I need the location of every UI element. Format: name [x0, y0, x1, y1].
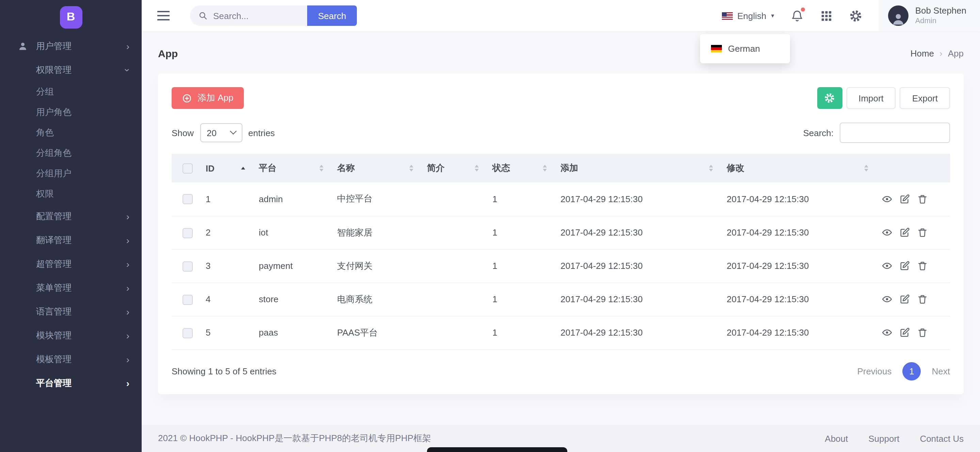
cell-intro: [420, 249, 485, 282]
user-menu[interactable]: Bob Stephen Admin: [878, 0, 980, 31]
cell-added: 2017-04-29 12:15:30: [554, 282, 720, 316]
pagination-page-1[interactable]: 1: [903, 362, 921, 380]
pagination-previous[interactable]: Previous: [857, 366, 891, 376]
sidebar-item-permission-mgmt[interactable]: 权限管理 ›: [0, 58, 142, 82]
chevron-right-icon: ›: [126, 235, 129, 245]
sidebar-item-label: 平台管理: [36, 377, 72, 389]
cell-intro: [420, 182, 485, 216]
sidebar: B 用户管理 › 权限管理 › 分组 用户角色 角色 分组角色 分组用户 权限 …: [0, 0, 142, 452]
delete-icon[interactable]: [917, 227, 928, 238]
edit-icon[interactable]: [900, 294, 910, 304]
logo[interactable]: B: [0, 0, 142, 34]
page-size-select[interactable]: 20: [200, 123, 242, 142]
notification-bell-icon[interactable]: [791, 9, 803, 22]
breadcrumb-home[interactable]: Home: [910, 48, 934, 59]
sidebar-item-user-roles[interactable]: 用户角色: [0, 102, 142, 122]
hamburger-menu-icon[interactable]: [158, 11, 170, 21]
table-search-input[interactable]: [840, 122, 950, 143]
sort-icon: [471, 165, 479, 171]
column-header-added[interactable]: 添加: [554, 154, 720, 182]
cell-status: 1: [485, 282, 554, 316]
sidebar-item-roles[interactable]: 角色: [0, 122, 142, 143]
cell-platform: store: [252, 282, 330, 316]
sidebar-item-menu-mgmt[interactable]: 菜单管理›: [0, 276, 142, 300]
view-icon[interactable]: [882, 327, 892, 338]
cell-modified: 2017-04-29 12:15:30: [720, 316, 875, 349]
cell-id: 2: [199, 216, 252, 249]
delete-icon[interactable]: [917, 294, 928, 304]
footer-link-contact[interactable]: Contact Us: [920, 433, 964, 444]
column-header-id[interactable]: ID: [199, 154, 252, 182]
row-checkbox[interactable]: [183, 194, 193, 205]
cell-id: 4: [199, 282, 252, 316]
sidebar-item-permissions[interactable]: 权限: [0, 184, 142, 204]
settings-gear-icon[interactable]: [849, 9, 862, 22]
sidebar-item-label: 超管管理: [36, 258, 72, 270]
sidebar-item-label: 模板管理: [36, 353, 72, 365]
column-header-name[interactable]: 名称: [330, 154, 420, 182]
search-icon: [198, 11, 208, 21]
view-icon[interactable]: [882, 294, 892, 304]
footer-link-about[interactable]: About: [825, 433, 848, 444]
sidebar-item-language-mgmt[interactable]: 语言管理›: [0, 300, 142, 324]
sort-icon: [705, 165, 713, 171]
toolbar-right: Import Export: [817, 87, 950, 109]
search-button[interactable]: Search: [307, 5, 357, 26]
cell-name: 智能家居: [330, 216, 420, 249]
column-header-actions: [875, 154, 950, 182]
user-name: Bob Stephen: [915, 5, 966, 17]
import-button[interactable]: Import: [846, 87, 896, 109]
cell-name: 中控平台: [330, 182, 420, 216]
row-checkbox[interactable]: [183, 261, 193, 271]
sidebar-item-config-mgmt[interactable]: 配置管理›: [0, 204, 142, 228]
sidebar-item-user-mgmt[interactable]: 用户管理 ›: [0, 34, 142, 58]
edit-icon[interactable]: [900, 261, 910, 271]
pagination-next[interactable]: Next: [932, 366, 950, 376]
delete-icon[interactable]: [917, 261, 928, 271]
row-checkbox[interactable]: [183, 294, 193, 305]
row-checkbox[interactable]: [183, 228, 193, 238]
breadcrumb: Home › App: [910, 48, 964, 59]
column-header-platform[interactable]: 平台: [252, 154, 330, 182]
export-button[interactable]: Export: [900, 87, 950, 109]
cell-modified: 2017-04-29 12:15:30: [720, 249, 875, 282]
cell-intro: [420, 282, 485, 316]
notification-dot: [801, 7, 805, 11]
gear-icon: [824, 93, 835, 103]
language-option-german[interactable]: German: [700, 39, 790, 59]
table-settings-button[interactable]: [817, 87, 842, 109]
apps-grid-icon[interactable]: [820, 9, 833, 22]
column-header-intro[interactable]: 简介: [420, 154, 485, 182]
sort-asc-icon: [237, 167, 245, 170]
footer-link-support[interactable]: Support: [868, 433, 899, 444]
sidebar-item-group-users[interactable]: 分组用户: [0, 163, 142, 184]
view-icon[interactable]: [882, 194, 892, 204]
add-app-button[interactable]: 添加 App: [172, 87, 244, 109]
sidebar-item-groups[interactable]: 分组: [0, 82, 142, 102]
view-icon[interactable]: [882, 227, 892, 238]
sidebar-item-label: 语言管理: [36, 305, 72, 317]
edit-icon[interactable]: [900, 227, 910, 238]
sidebar-item-module-mgmt[interactable]: 模块管理›: [0, 324, 142, 347]
column-header-modified[interactable]: 修改: [720, 154, 875, 182]
sidebar-item-platform-mgmt[interactable]: 平台管理›: [0, 371, 142, 395]
language-label: English: [737, 11, 766, 21]
sidebar-item-group-roles[interactable]: 分组角色: [0, 143, 142, 163]
row-checkbox[interactable]: [183, 328, 193, 338]
language-selector[interactable]: English ▾: [722, 11, 774, 21]
cell-status: 1: [485, 316, 554, 349]
sidebar-item-superadmin-mgmt[interactable]: 超管管理›: [0, 252, 142, 276]
select-all-checkbox[interactable]: [183, 163, 193, 174]
column-header-status[interactable]: 状态: [485, 154, 554, 182]
edit-icon[interactable]: [900, 194, 910, 204]
delete-icon[interactable]: [917, 327, 928, 338]
sidebar-item-translation-mgmt[interactable]: 翻译管理›: [0, 228, 142, 252]
cell-id: 1: [199, 182, 252, 216]
sidebar-item-template-mgmt[interactable]: 模板管理›: [0, 347, 142, 371]
pagination: Previous 1 Next: [857, 362, 950, 380]
cell-added: 2017-04-29 12:15:30: [554, 249, 720, 282]
view-icon[interactable]: [882, 261, 892, 271]
delete-icon[interactable]: [917, 194, 928, 204]
cell-modified: 2017-04-29 12:15:30: [720, 282, 875, 316]
edit-icon[interactable]: [900, 327, 910, 338]
